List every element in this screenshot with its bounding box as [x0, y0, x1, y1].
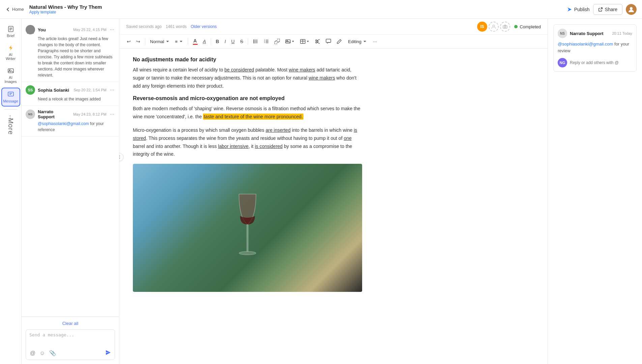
svg-point-13	[504, 26, 506, 28]
underline-button[interactable]: U	[229, 37, 237, 46]
svg-rect-9	[8, 92, 13, 96]
bold-icon: B	[216, 39, 219, 44]
back-button[interactable]: Home	[5, 7, 24, 12]
at-mention-button[interactable]: @	[29, 350, 36, 357]
message-menu-button[interactable]: ···	[109, 86, 115, 94]
svg-point-17	[254, 40, 254, 40]
numbered-list-icon: 123	[264, 39, 269, 44]
emoji-button[interactable]: ☺	[39, 350, 46, 357]
toolbar-divider	[145, 38, 145, 45]
format-select[interactable]: Normal	[148, 38, 172, 46]
sidebar-message-label: Message	[3, 99, 18, 103]
image-insert-button[interactable]	[283, 37, 297, 46]
align-select[interactable]: ≡	[173, 38, 185, 46]
toolbar-divider-2	[188, 38, 188, 45]
apply-template-link[interactable]: Apply template	[29, 10, 567, 14]
section1-paragraph: All wines require a certain level of aci…	[133, 66, 362, 90]
older-versions-link[interactable]: Older versions	[191, 24, 216, 29]
editor-content: No adjustments made for acidity All wine…	[119, 49, 548, 364]
underline-icon: U	[231, 39, 235, 44]
strikethrough-button[interactable]: S	[238, 37, 245, 46]
comment-sender: Narrato Support	[570, 31, 609, 36]
avatar: NS	[26, 110, 35, 119]
message-menu-button[interactable]: ···	[109, 111, 115, 118]
highlight-icon: A	[203, 39, 206, 44]
camera-button[interactable]	[500, 22, 510, 32]
svg-point-10	[29, 27, 32, 30]
editing-mode-button[interactable]: Editing	[345, 38, 370, 46]
sidebar-item-ai-writer[interactable]: AI Writer	[1, 42, 20, 63]
table-icon	[300, 39, 305, 44]
user-avatar[interactable]	[626, 4, 637, 15]
message-input[interactable]	[29, 332, 111, 346]
collaborator-avatar: IS	[477, 22, 487, 32]
sidebar-brief-label: Brief	[7, 34, 14, 38]
svg-rect-7	[8, 69, 13, 73]
sidebar-item-brief[interactable]: Brief	[1, 23, 20, 40]
bullet-list-button[interactable]	[251, 37, 260, 46]
share-button[interactable]: Share	[593, 4, 622, 15]
scissors-button[interactable]	[313, 37, 322, 46]
section2-heading: Reverse-osmosis and micro-oxygenation ar…	[133, 95, 362, 101]
list-item[interactable]: You May 25 22, 4:15 PM ··· The article l…	[22, 22, 119, 82]
svg-point-19	[254, 42, 254, 43]
text-color-button[interactable]: A	[191, 37, 200, 46]
section2-paragraph2: Micro-oxygenation is a process by which …	[133, 126, 362, 158]
sidebar-more-button[interactable]: ··· More	[0, 112, 22, 132]
comment-mention-link[interactable]: @sophiasolanki@gmail.com	[558, 41, 613, 47]
reply-input[interactable]	[570, 60, 632, 65]
mention-link[interactable]: @sophiasolanki@gmail.com	[38, 121, 89, 126]
sidebar-item-message[interactable]: Message	[1, 88, 20, 107]
wine-image	[133, 164, 362, 292]
comment-card: NS Narrato Support 20:11 Today @sophiaso…	[553, 24, 637, 72]
format-label: Normal	[150, 39, 164, 44]
chevron-down-icon	[291, 40, 295, 43]
message-time: May 24 23, 8:12 PM	[73, 112, 106, 116]
redo-button[interactable]: ↪	[134, 37, 142, 46]
section2-paragraph1: Both are modern methods of 'shaping' win…	[133, 105, 362, 121]
comment-icon	[326, 39, 331, 44]
message-input-actions: @ ☺ 📎	[29, 347, 111, 357]
numbered-list-button[interactable]: 123	[262, 37, 271, 46]
comment-panel: NS Narrato Support 20:11 Today @sophiaso…	[548, 19, 642, 364]
add-collaborator-button[interactable]	[489, 22, 499, 32]
message-menu-button[interactable]: ···	[109, 26, 115, 33]
message-sender: Narrato Support	[38, 109, 70, 119]
message-sender: You	[38, 27, 70, 32]
undo-button[interactable]: ↩	[125, 37, 133, 46]
send-button[interactable]	[105, 350, 111, 357]
italic-button[interactable]: I	[223, 37, 228, 46]
sidebar-ai-writer-label: AI Writer	[5, 53, 17, 61]
pencil-button[interactable]	[334, 37, 344, 46]
sidebar-item-ai-images[interactable]: AI Images	[1, 65, 20, 86]
message-time: May 25 22, 4:15 PM	[73, 28, 106, 32]
app-header: Home Natural Wines - Why Try Them Apply …	[0, 0, 642, 19]
bullet-icon	[253, 39, 258, 44]
file-icon	[7, 26, 14, 32]
comment-button[interactable]	[324, 37, 333, 46]
comment-time: 20:11 Today	[612, 31, 632, 35]
more-options-button[interactable]: ···	[371, 37, 379, 46]
message-body: The article looks great! Just need a few…	[26, 36, 115, 78]
bold-button[interactable]: B	[214, 37, 221, 46]
editor-inner: No adjustments made for acidity All wine…	[133, 57, 362, 292]
editor-meta-bar: Saved seconds ago 1461 words Older versi…	[119, 19, 548, 35]
clear-all-button[interactable]: Clear all	[26, 321, 115, 329]
svg-rect-34	[246, 224, 249, 251]
svg-marker-6	[9, 45, 12, 51]
link-button[interactable]	[272, 37, 282, 46]
pencil-icon	[337, 39, 342, 44]
header-actions: Publish Share	[567, 4, 637, 15]
attach-button[interactable]: 📎	[49, 349, 57, 357]
list-item[interactable]: SS Sophia Solanki Sep 20 22, 1:54 PM ···…	[22, 82, 119, 106]
message-sender: Sophia Solanki	[38, 88, 71, 93]
comment-body: @sophiasolanki@gmail.com for your review	[558, 41, 632, 54]
highlight-button[interactable]: A	[201, 37, 208, 46]
list-item[interactable]: NS Narrato Support May 24 23, 8:12 PM ··…	[22, 106, 119, 136]
align-icon: ≡	[175, 39, 178, 44]
save-status: Saved seconds ago	[126, 24, 162, 29]
message-input-box: @ ☺ 📎	[26, 329, 115, 360]
table-button[interactable]	[298, 37, 312, 46]
message-body: Need a relook at the images added	[26, 96, 115, 102]
publish-button[interactable]: Publish	[567, 7, 590, 12]
